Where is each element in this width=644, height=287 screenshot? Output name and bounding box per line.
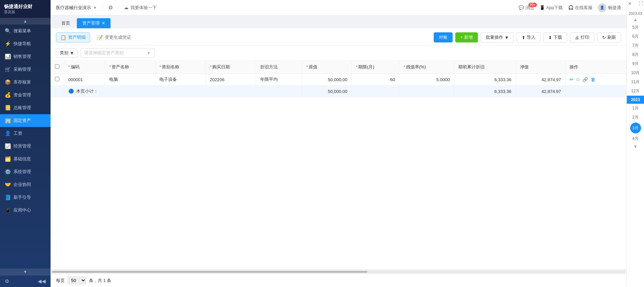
subtotal-row: 🔵 本页小计： 50,000.00 6,333.36 42,874.97 — [51, 86, 626, 97]
batch-button[interactable]: 批量操作 ▼ — [481, 32, 514, 42]
refresh-button[interactable]: ↻ 刷新 — [597, 32, 621, 42]
settings-icon[interactable]: ⚙ — [5, 278, 9, 284]
sub-tab-asset-detail[interactable]: 📋 资产明细 — [56, 32, 90, 42]
row-checkbox[interactable] — [55, 77, 59, 81]
date-nav-month-1[interactable]: 1月 — [627, 104, 644, 113]
batch-dropdown-icon: ▼ — [504, 35, 509, 40]
category-filter[interactable]: 类别 ▼ — [56, 48, 78, 58]
print-button[interactable]: 🖨 打印 — [570, 32, 594, 42]
search-icon: 🔍 — [5, 28, 11, 34]
date-nav-month-9[interactable]: 9月 — [627, 59, 644, 68]
company-selector[interactable]: 医疗器械行业演示 ▼ — [56, 5, 97, 11]
category-input[interactable]: 请选择固定资产类别 ▼ — [81, 48, 155, 58]
sidebar-item-label: 库存核算 — [13, 79, 31, 85]
per-page-select[interactable]: 50 10 20 100 — [67, 277, 86, 284]
new-button[interactable]: + 新增 — [455, 32, 478, 42]
tab-home[interactable]: 首页 — [56, 18, 75, 28]
row-name: 电脑 — [105, 74, 155, 86]
date-nav-month-4[interactable]: 4月 — [627, 134, 644, 143]
row-period: 60 — [351, 74, 399, 86]
row-depreciation-method: 年限平均 — [256, 74, 302, 86]
date-nav-month-6[interactable]: 6月 — [627, 32, 644, 41]
date-nav-month-3-current[interactable]: 3月 — [630, 123, 641, 133]
select-all-checkbox[interactable] — [55, 64, 59, 69]
date-scroll-up-icon[interactable]: ▲ — [633, 16, 638, 23]
app-logo-text: 畅捷通好业财 — [4, 3, 32, 9]
download-button[interactable]: ⬇ 下载 — [543, 32, 567, 42]
sidebar-item-collab[interactable]: 🤝 企业协同 — [0, 178, 51, 191]
sidebar-item-quick-nav[interactable]: ⚡ 快捷导航 — [0, 37, 51, 50]
reconcile-button[interactable]: 对账 — [434, 32, 453, 42]
subtotal-net-value: 42,874.97 — [516, 86, 565, 97]
tab-asset-management[interactable]: 资产管理 ✕ — [77, 18, 111, 28]
experience-label: 我要体验一下 — [130, 5, 157, 11]
horizontal-scrollbar[interactable] — [51, 269, 626, 274]
sidebar-item-label: 搜索菜单 — [13, 28, 31, 34]
sidebar-item-payroll[interactable]: 👤 工资 — [0, 127, 51, 140]
sidebar-item-ops[interactable]: 📈 经营管理 — [0, 140, 51, 153]
date-nav-month-12[interactable]: 12月 — [627, 87, 644, 96]
tab-close-icon[interactable]: ✕ — [102, 21, 105, 26]
sub-tab-change-voucher-label: 变更生成凭证 — [105, 34, 131, 40]
sidebar-item-inventory[interactable]: 📦 库存核算 — [0, 76, 51, 89]
date-nav-month-11[interactable]: 11月 — [627, 77, 644, 87]
sidebar-item-app-center[interactable]: 📱 应用中心 — [0, 204, 51, 217]
header-name: *资产名称 — [105, 61, 155, 74]
sidebar-scroll-up[interactable]: ▲ — [0, 18, 51, 25]
asset-table: *编码 *资产名称 *类别名称 *购买日期 折旧方法 *原值 *期限(月) *残… — [51, 61, 626, 97]
date-nav-month-10[interactable]: 10月 — [627, 68, 644, 77]
header-residual-rate: *残值率(%) — [399, 61, 454, 74]
sidebar-item-guide[interactable]: 📘 新手引导 — [0, 191, 51, 204]
sidebar-item-system[interactable]: ⚙️ 系统管理 — [0, 165, 51, 178]
edit-icon[interactable]: ✏ — [570, 77, 574, 82]
toolbar-right: 对账 + 新增 批量操作 ▼ ⬆ 导入 ⬇ 下载 🖨 — [434, 32, 621, 42]
copy-icon[interactable]: ⧉ — [576, 77, 580, 83]
import-button[interactable]: ⬆ 导入 — [517, 32, 541, 42]
date-nav-year-2023[interactable]: 2023 — [627, 96, 644, 104]
refresh-icon: ↻ — [602, 35, 606, 40]
sidebar-item-sales[interactable]: 📊 销售管理 — [0, 50, 51, 63]
messages-button[interactable]: 💬 消息 99+ — [519, 5, 534, 11]
sidebar-item-ledger[interactable]: 📒 总账管理 — [0, 101, 51, 114]
settings-gear-icon[interactable]: ⚙ — [108, 4, 113, 11]
date-nav-month-5[interactable]: 5月 — [627, 23, 644, 32]
sidebar-item-label: 系统管理 — [13, 169, 31, 175]
import-icon: ⬆ — [522, 35, 525, 40]
right-panel-close-icon[interactable]: ✕ — [628, 1, 632, 6]
subtotal-period — [351, 86, 399, 97]
sidebar-item-fixed-assets[interactable]: 🏢 固定资产 — [0, 114, 51, 127]
topbar-right: 💬 消息 99+ 📱 App下载 🎧 在线客服 👤 畅捷通 — [519, 3, 621, 12]
experience-button[interactable]: ☁ 我要体验一下 — [124, 5, 157, 11]
sidebar-item-basic[interactable]: 🗂️ 基础信息 — [0, 153, 51, 165]
customer-service-button[interactable]: 🎧 在线客服 — [568, 5, 592, 11]
row-code: 000001 — [64, 74, 105, 86]
delete-icon[interactable]: 🗑 — [591, 77, 595, 82]
row-net-value: 42,874.97 — [516, 74, 565, 86]
row-initial-accumulated-depreciation: 6,333.36 — [454, 74, 516, 86]
link-icon[interactable]: 🔗 — [582, 77, 588, 82]
date-nav-month-7[interactable]: 7月 — [627, 41, 644, 50]
app-center-icon: 📱 — [5, 207, 11, 213]
subtotal-residual — [399, 86, 454, 97]
sidebar-item-search[interactable]: 🔍 搜索菜单 — [0, 25, 51, 37]
filter-dropdown-icon: ▼ — [70, 51, 74, 56]
tab-asset-management-label: 资产管理 — [82, 20, 100, 26]
sidebar: 畅捷通好业财 普及版 ▲ 🔍 搜索菜单 ⚡ 快捷导航 📊 销售管理 🛒 采购管理… — [0, 0, 51, 287]
date-scroll-down-icon[interactable]: ▼ — [633, 143, 638, 150]
sidebar-item-label: 总账管理 — [13, 105, 31, 111]
header-original-value: *原值 — [302, 61, 351, 74]
sub-tab-asset-detail-label: 资产明细 — [68, 34, 86, 40]
date-nav-month-8[interactable]: 8月 — [627, 50, 644, 59]
right-panel-expand-icon[interactable]: ⛶ — [639, 1, 643, 6]
sidebar-item-purchase[interactable]: 🛒 采购管理 — [0, 63, 51, 76]
date-nav-month-2[interactable]: 2月 — [627, 113, 644, 122]
sidebar-scroll-down[interactable]: ▼ — [0, 268, 51, 275]
sidebar-item-finance[interactable]: 💰 资金管理 — [0, 89, 51, 101]
scroll-thumb — [52, 271, 367, 273]
change-voucher-icon: 📝 — [97, 35, 103, 40]
refresh-label: 刷新 — [607, 34, 616, 40]
app-download-button[interactable]: 📱 App下载 — [540, 5, 563, 11]
collapse-icon[interactable]: ◀◀ — [38, 278, 46, 284]
user-profile[interactable]: 👤 畅捷通 — [598, 3, 621, 12]
sub-tab-change-voucher[interactable]: 📝 变更生成凭证 — [93, 32, 135, 42]
